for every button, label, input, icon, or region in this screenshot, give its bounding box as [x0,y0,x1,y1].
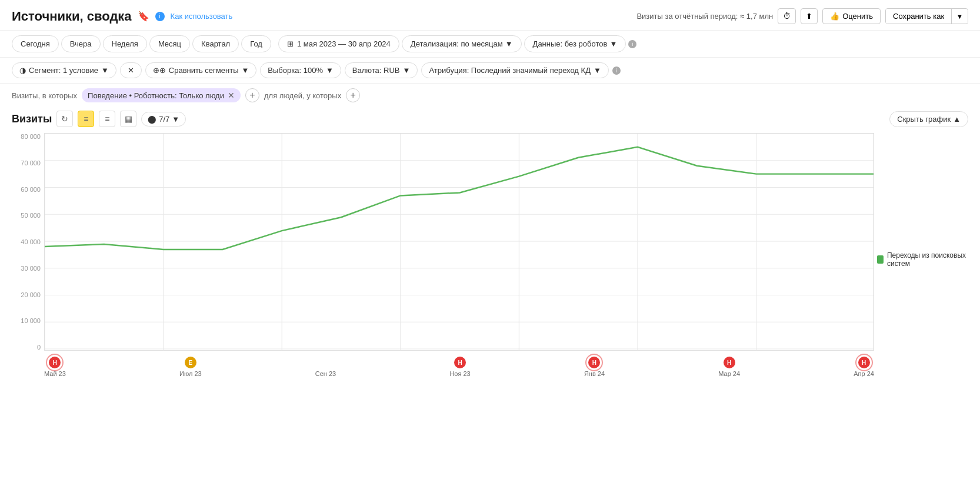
event-dot-nov23[interactable]: Н [454,357,466,368]
segment-button[interactable]: ◑ Сегмент: 1 условие ▼ [12,62,116,78]
x-label-group-nov23: Н Ноя 23 [449,357,470,377]
currency-button[interactable]: Валюта: RUB ▼ [345,62,418,78]
page-title: Источники, сводка [12,9,132,24]
calendar-icon: ⊞ [287,39,294,48]
x-label-group-may23: Н Май 23 [44,357,66,377]
event-marker-may23[interactable]: Н [49,357,61,368]
series-counter-button[interactable]: ⬤ 7/7 ▼ [141,112,186,127]
x-axis: Н Май 23 Е Июл 23 Сен 23 Н Ноя 23 [44,351,874,386]
attribution-button[interactable]: Атрибуция: Последний значимый переход КД… [421,62,608,78]
attribution-info-icon[interactable]: i [612,66,621,75]
x-label-group-apr24: Н Апр 24 [854,357,874,377]
y-label-60000: 60 000 [21,186,41,193]
y-label-10000: 10 000 [21,317,41,324]
add-people-condition-button[interactable]: + [346,88,360,102]
y-label-40000: 40 000 [21,238,41,245]
segment-tag-remove[interactable]: ✕ [228,91,235,100]
for-people-label: для людей, у которых [264,91,341,100]
detail-picker[interactable]: Детализация: по месяцам ▼ [402,35,522,52]
segment-prefix: Визиты, в которых [12,91,77,100]
legend-color-search [877,255,884,264]
chart-section: Визиты ↻ ≡ ≡ ▦ ⬤ 7/7 ▼ Скрыть график ▲ 8… [0,105,980,392]
event-dot-mar24[interactable]: Н [724,357,735,368]
sample-button[interactable]: Выборка: 100% ▼ [260,62,341,78]
y-label-80000: 80 000 [21,133,41,140]
chevron-up-icon: ▲ [953,115,961,124]
x-label-group-sep23: Сен 23 [315,357,336,377]
chevron-down-icon: ▼ [101,66,109,75]
x-label-sep23: Сен 23 [315,370,336,377]
x-label-nov23: Ноя 23 [449,370,470,377]
chart-type-stack-button[interactable]: ≡ [99,111,115,127]
segment-close-button[interactable]: ✕ [120,62,142,78]
legend-label-search: Переходы из поисковых систем [887,251,968,268]
page-header: Источники, сводка 🔖 i Как использовать В… [0,0,980,31]
event-dot-may23[interactable]: Н [49,357,61,368]
tab-year[interactable]: Год [241,35,271,52]
x-label-mar24: Мар 24 [718,370,740,377]
event-marker-mar24[interactable]: Н [724,357,735,368]
event-dot-apr24[interactable]: Н [858,357,870,368]
save-as-button-group: Сохранить как ▼ [885,8,968,24]
data-info-icon[interactable]: i [628,40,636,48]
segment-condition-bar: Визиты, в которых Поведение • Роботность… [0,84,980,105]
data-line [45,147,874,250]
chart-plot-area [44,133,874,351]
date-toolbar: Сегодня Вчера Неделя Месяц Квартал Год ⊞… [0,31,980,58]
how-to-use-link[interactable]: Как использовать [171,12,233,21]
tab-today[interactable]: Сегодня [12,35,59,52]
date-range-picker[interactable]: ⊞ 1 мая 2023 — 30 апр 2024 [278,35,399,52]
event-dot-jul23[interactable]: Е [185,357,196,368]
add-condition-button[interactable]: + [245,88,259,102]
rate-icon: 👍 [830,12,839,21]
event-marker-jul23[interactable]: Е [185,357,196,368]
chevron-down-icon: ▼ [326,66,334,75]
y-axis: 80 000 70 000 60 000 50 000 40 000 30 00… [12,133,44,351]
y-label-50000: 50 000 [21,212,41,219]
segment-tag-text: Поведение • Роботность: Только люди [88,91,224,100]
chart-container: 80 000 70 000 60 000 50 000 40 000 30 00… [12,133,968,386]
tab-month[interactable]: Месяц [149,35,190,52]
tab-week[interactable]: Неделя [103,35,147,52]
segment-icon: ◑ [19,66,26,75]
line-chart-svg [45,134,874,350]
chart-header: Визиты ↻ ≡ ≡ ▦ ⬤ 7/7 ▼ Скрыть график ▲ [12,111,968,127]
x-label-group-jul23: Е Июл 23 [179,357,202,377]
segment-tag: Поведение • Роботность: Только люди ✕ [82,88,241,102]
bookmark-icon[interactable]: 🔖 [138,11,149,22]
chart-legend: Переходы из поисковых систем [877,251,968,268]
chart-type-bar-button[interactable]: ▦ [120,111,136,127]
chart-title: Визиты [12,113,52,125]
chevron-down-icon: ▼ [403,66,411,75]
event-marker-nov23[interactable]: Н [454,357,466,368]
info-icon[interactable]: i [155,12,165,21]
y-label-20000: 20 000 [21,291,41,298]
event-dot-jan24[interactable]: Н [588,357,600,368]
event-marker-apr24[interactable]: Н [858,357,870,368]
dot-icon: ⬤ [148,115,156,124]
save-as-main-button[interactable]: Сохранить как [886,9,952,24]
tab-yesterday[interactable]: Вчера [61,35,101,52]
hide-chart-button[interactable]: Скрыть график ▲ [889,111,968,127]
chevron-down-icon: ▼ [505,39,513,48]
chart-type-line-button[interactable]: ≡ [78,111,94,127]
y-label-70000: 70 000 [21,159,41,167]
chevron-down-icon: ▼ [594,66,601,75]
filters-bar: ◑ Сегмент: 1 условие ▼ ✕ ⊕⊕ Сравнить сег… [0,58,980,84]
compare-segments-button[interactable]: ⊕⊕ Сравнить сегменты ▼ [145,62,257,78]
event-marker-jan24[interactable]: Н [588,357,600,368]
export-button[interactable]: ⬆ [801,8,818,24]
x-label-group-jan24: Н Янв 24 [584,357,605,377]
history-button[interactable]: ⏱ [778,8,796,24]
visits-period-text: Визиты за отчётный период: ≈ 1,7 млн [636,12,773,21]
chevron-down-icon: ▼ [241,66,249,75]
chevron-down-icon: ▼ [609,39,617,48]
chevron-down-icon: ▼ [172,115,179,124]
tab-quarter[interactable]: Квартал [192,35,239,52]
data-picker[interactable]: Данные: без роботов ▼ [524,35,626,52]
save-as-dropdown-button[interactable]: ▼ [952,10,968,23]
rate-button[interactable]: 👍 Оценить [822,8,881,24]
x-label-group-mar24: Н Мар 24 [718,357,740,377]
x-label-jul23: Июл 23 [179,370,202,377]
refresh-button[interactable]: ↻ [56,111,73,127]
